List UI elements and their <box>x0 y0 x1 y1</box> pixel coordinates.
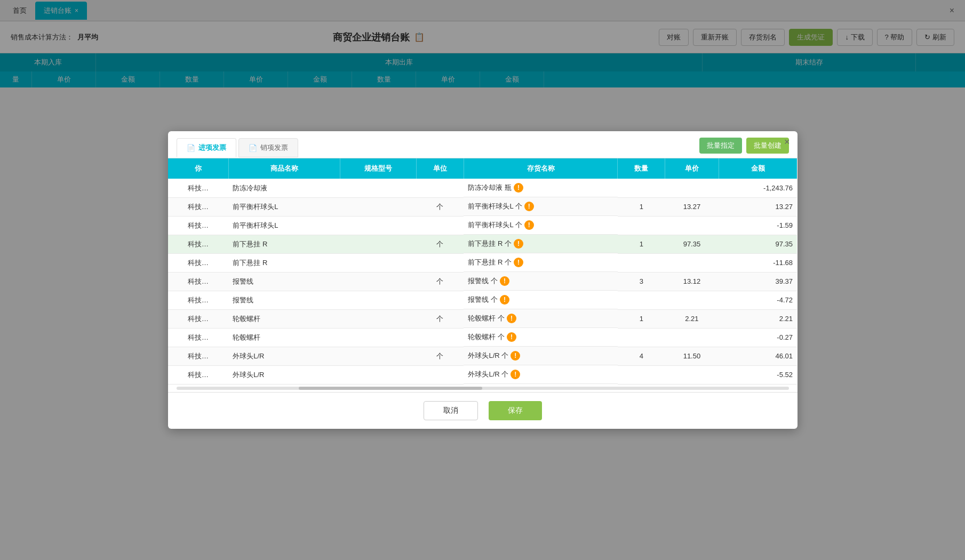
table-cell <box>340 253 417 272</box>
table-cell <box>416 328 464 347</box>
inventory-cell: 轮毂螺杆 个! <box>464 328 617 347</box>
table-cell: 科技… <box>168 216 229 235</box>
table-cell <box>340 272 417 291</box>
table-cell: 个 <box>416 272 464 291</box>
table-cell <box>665 179 719 197</box>
dialog-header: 📄 进项发票 📄 销项发票 批量指定 批量创建 × <box>168 131 797 158</box>
table-cell: 科技… <box>168 179 229 197</box>
warning-icon[interactable]: ! <box>524 220 534 230</box>
col-header-spec: 规格型号 <box>340 158 417 179</box>
table-cell <box>618 216 665 235</box>
table-cell: 个 <box>416 309 464 328</box>
col-header-supplier: 你 <box>168 158 229 179</box>
dialog-tabs: 📄 进项发票 📄 销项发票 <box>177 138 298 157</box>
inventory-cell: 防冻冷却液 瓶! <box>464 179 617 197</box>
table-cell: 46.01 <box>719 347 797 365</box>
table-cell <box>340 365 417 384</box>
table-cell: 外球头L/R <box>228 365 340 384</box>
table-cell <box>618 365 665 384</box>
cancel-button[interactable]: 取消 <box>424 401 478 420</box>
table-cell: 科技… <box>168 291 229 309</box>
table-cell: 4 <box>618 347 665 365</box>
table-cell: 防冻冷却液 <box>228 179 340 197</box>
horizontal-scrollbar[interactable] <box>177 387 789 390</box>
col-header-inventory: 存货名称 <box>464 158 617 179</box>
table-cell: 3 <box>618 272 665 291</box>
table-cell: -11.68 <box>719 253 797 272</box>
warning-icon[interactable]: ! <box>514 239 523 249</box>
warning-icon[interactable]: ! <box>514 183 523 193</box>
table-cell <box>416 365 464 384</box>
table-row: 科技…报警线个报警线 个!313.1239.37 <box>168 272 797 291</box>
scrollbar-thumb[interactable] <box>299 387 482 390</box>
table-cell: 科技… <box>168 253 229 272</box>
table-cell <box>340 291 417 309</box>
table-cell <box>665 328 719 347</box>
warning-icon[interactable]: ! <box>524 202 534 211</box>
incoming-icon: 📄 <box>187 144 195 152</box>
table-header-row: 你 商品名称 规格型号 单位 存货名称 数量 单价 金额 <box>168 158 797 179</box>
inventory-cell: 前下悬挂 R 个! <box>464 253 617 272</box>
table-cell: 97.35 <box>719 235 797 253</box>
warning-icon[interactable]: ! <box>500 276 509 286</box>
warning-icon[interactable]: ! <box>511 370 520 379</box>
table-cell: 前下悬挂 R <box>228 235 340 253</box>
table-cell: 前平衡杆球头L <box>228 216 340 235</box>
invoice-table: 你 商品名称 规格型号 单位 存货名称 数量 单价 金额 科技…防冻冷却液防冻冷… <box>168 158 797 385</box>
table-cell: 前平衡杆球头L <box>228 197 340 216</box>
table-cell: 科技… <box>168 347 229 365</box>
table-cell: 轮毂螺杆 <box>228 328 340 347</box>
warning-icon[interactable]: ! <box>507 314 516 323</box>
tab-outgoing-invoice[interactable]: 📄 销项发票 <box>238 138 298 157</box>
table-cell <box>665 291 719 309</box>
table-cell: 13.27 <box>719 197 797 216</box>
inventory-cell: 轮毂螺杆 个! <box>464 309 617 328</box>
tab-incoming-invoice[interactable]: 📄 进项发票 <box>177 138 236 157</box>
table-row: 科技…前平衡杆球头L前平衡杆球头L 个!-1.59 <box>168 216 797 235</box>
dialog-table-wrapper[interactable]: 你 商品名称 规格型号 单位 存货名称 数量 单价 金额 科技…防冻冷却液防冻冷… <box>168 158 797 385</box>
table-cell <box>618 291 665 309</box>
table-cell: 前下悬挂 R <box>228 253 340 272</box>
modal-overlay: 📄 进项发票 📄 销项发票 批量指定 批量创建 × 你 商品名 <box>0 0 965 560</box>
table-cell <box>416 291 464 309</box>
table-cell <box>340 328 417 347</box>
table-row: 科技…轮毂螺杆个轮毂螺杆 个!12.212.21 <box>168 309 797 328</box>
table-cell: 2.21 <box>719 309 797 328</box>
table-row: 科技…前下悬挂 R个前下悬挂 R 个!197.3597.35 <box>168 235 797 253</box>
table-cell: 2.21 <box>665 309 719 328</box>
table-row: 科技…前平衡杆球头L个前平衡杆球头L 个!113.2713.27 <box>168 197 797 216</box>
col-header-product: 商品名称 <box>228 158 340 179</box>
table-cell <box>416 216 464 235</box>
table-cell: -5.52 <box>719 365 797 384</box>
table-cell <box>618 179 665 197</box>
table-cell <box>340 197 417 216</box>
col-header-amount: 金额 <box>719 158 797 179</box>
table-cell: -1,243.76 <box>719 179 797 197</box>
batch-assign-button[interactable]: 批量指定 <box>699 138 742 154</box>
table-cell <box>340 216 417 235</box>
inventory-cell: 报警线 个! <box>464 291 617 309</box>
table-row: 科技…外球头L/R个外球头L/R 个!411.5046.01 <box>168 347 797 365</box>
table-cell: 外球头L/R <box>228 347 340 365</box>
table-cell <box>665 253 719 272</box>
table-row: 科技…外球头L/R外球头L/R 个!-5.52 <box>168 365 797 384</box>
table-cell: 11.50 <box>665 347 719 365</box>
save-button[interactable]: 保存 <box>489 401 542 420</box>
warning-icon[interactable]: ! <box>507 332 516 342</box>
inventory-cell: 前平衡杆球头L 个! <box>464 197 617 216</box>
col-header-price: 单价 <box>665 158 719 179</box>
table-cell <box>340 235 417 253</box>
dialog-close-button[interactable]: × <box>784 137 790 148</box>
inventory-cell: 报警线 个! <box>464 272 617 291</box>
warning-icon[interactable]: ! <box>500 295 509 305</box>
table-cell: 科技… <box>168 272 229 291</box>
warning-icon[interactable]: ! <box>511 351 520 361</box>
table-cell: -0.27 <box>719 328 797 347</box>
invoice-dialog: 📄 进项发票 📄 销项发票 批量指定 批量创建 × 你 商品名 <box>168 131 797 429</box>
batch-create-button[interactable]: 批量创建 <box>746 138 789 154</box>
table-row: 科技…轮毂螺杆轮毂螺杆 个!-0.27 <box>168 328 797 347</box>
table-cell: -4.72 <box>719 291 797 309</box>
warning-icon[interactable]: ! <box>514 258 523 267</box>
table-cell: 科技… <box>168 328 229 347</box>
table-cell <box>416 253 464 272</box>
